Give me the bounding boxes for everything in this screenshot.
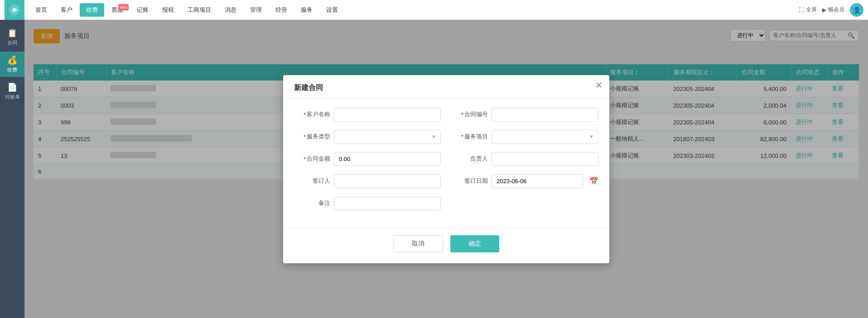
top-nav-right: ⛶ 全屏 ▶ 畅会员 👤 — [799, 3, 863, 17]
cancel-button[interactable]: 取消 — [393, 235, 443, 252]
member-icon: ▶ — [822, 7, 826, 13]
main-layout: 📋 合同 💰 收费 📄 对账单 新增 服务项目 进行中 已完成 已取消 — [0, 20, 868, 318]
confirm-button[interactable]: 确定 — [450, 235, 499, 252]
service-type-label: *服务类型 — [294, 133, 330, 141]
service-item-label: *服务项目 — [452, 133, 488, 141]
nav-bills[interactable]: 票据 new — [105, 3, 130, 17]
form-row-1: *客户名称 *合同编号 — [294, 108, 598, 122]
remark-input[interactable] — [334, 196, 441, 210]
statement-icon: 📄 — [7, 82, 17, 92]
nav-home[interactable]: 首页 — [29, 3, 53, 17]
fullscreen-label: 全屏 — [806, 6, 817, 14]
nav-tax[interactable]: 报税 — [156, 3, 180, 17]
modal-footer: 取消 确定 — [283, 228, 609, 263]
service-type-select[interactable] — [334, 130, 441, 144]
modal-body: *客户名称 *合同编号 — [283, 99, 609, 228]
sidebar-item-fee[interactable]: 💰 收费 — [0, 52, 24, 77]
new-badge: new — [118, 4, 129, 10]
new-contract-modal: 新建合同 ✕ *客户名称 — [283, 75, 609, 263]
amount-input[interactable]: 0.00 — [334, 152, 441, 166]
nav-invoice[interactable]: 收费 — [80, 3, 104, 17]
form-row-2: *服务类型 ▼ *服务项目 — [294, 130, 598, 144]
form-group-service-item: *服务项目 ▼ — [452, 130, 598, 144]
form-group-sign-date: 签订日期 2023-06-06 📅 — [452, 174, 598, 188]
form-row-4: 签订人 签订日期 2023-06-06 📅 — [294, 174, 598, 188]
avatar[interactable]: 👤 — [850, 3, 863, 17]
sidebar-item-statement[interactable]: 📄 对账单 — [0, 79, 24, 104]
sidebar: 📋 合同 💰 收费 📄 对账单 — [0, 20, 24, 318]
customer-name-label: *客户名称 — [294, 110, 330, 119]
customer-name-input[interactable] — [334, 108, 441, 122]
sidebar-item-statement-label: 对账单 — [5, 94, 20, 100]
sidebar-item-contract[interactable]: 📋 合同 — [0, 24, 24, 50]
member-label: 畅会员 — [828, 6, 844, 14]
remark-label: 备注 — [294, 199, 330, 207]
form-group-contract-no: *合同编号 — [452, 108, 598, 122]
avatar-icon: 👤 — [853, 6, 861, 14]
contract-no-input[interactable] — [492, 108, 598, 122]
nav-msg[interactable]: 消息 — [218, 3, 243, 17]
svg-point-1 — [13, 9, 16, 11]
person-charge-input[interactable] — [492, 152, 598, 166]
service-item-select[interactable] — [492, 130, 598, 144]
nav-manage[interactable]: 管理 — [244, 3, 268, 17]
contract-no-label: *合同编号 — [452, 110, 488, 119]
nav-operate[interactable]: 经营 — [269, 3, 294, 17]
fullscreen-icon: ⛶ — [799, 7, 804, 13]
person-charge-label: 负责人 — [452, 155, 488, 163]
signer-input[interactable] — [334, 174, 441, 188]
calendar-icon[interactable]: 📅 — [589, 177, 598, 185]
modal-header: 新建合同 ✕ — [283, 75, 609, 99]
nav-biz[interactable]: 工商项目 — [181, 3, 217, 17]
form-row-5: 备注 — [294, 196, 598, 210]
sidebar-item-contract-label: 合同 — [7, 39, 17, 46]
nav-customer[interactable]: 客户 — [54, 3, 79, 17]
top-nav: 首页 客户 收费 票据 new 记账 报税 工商项目 消息 管理 经营 服务 设… — [0, 0, 868, 20]
form-group-customer-name: *客户名称 — [294, 108, 441, 122]
sign-date-label: 签订日期 — [452, 177, 488, 185]
sidebar-item-fee-label: 收费 — [7, 66, 17, 73]
modal-overlay: 新建合同 ✕ *客户名称 — [24, 20, 868, 318]
signer-label: 签订人 — [294, 177, 330, 185]
nav-bookkeep[interactable]: 记账 — [130, 3, 155, 17]
content-area: 新增 服务项目 进行中 已完成 已取消 🔍 序号 合同编号 — [24, 20, 868, 318]
member-button[interactable]: ▶ 畅会员 — [822, 6, 844, 14]
sign-date-input[interactable]: 2023-06-06 — [492, 174, 583, 188]
form-group-remark: 备注 — [294, 196, 441, 210]
nav-items: 首页 客户 收费 票据 new 记账 报税 工商项目 消息 管理 经营 服务 设… — [29, 3, 799, 17]
amount-label: *合同金额 — [294, 155, 330, 163]
modal-close-button[interactable]: ✕ — [595, 81, 602, 90]
logo — [5, 0, 24, 20]
form-group-service-type: *服务类型 ▼ — [294, 130, 441, 144]
fullscreen-button[interactable]: ⛶ 全屏 — [799, 6, 817, 14]
modal-title: 新建合同 — [294, 84, 323, 91]
form-group-amount: *合同金额 0.00 — [294, 152, 441, 166]
contract-icon: 📋 — [7, 28, 17, 38]
nav-settings[interactable]: 设置 — [320, 3, 344, 17]
fee-icon: 💰 — [7, 55, 17, 65]
form-row-3: *合同金额 0.00 负责人 — [294, 152, 598, 166]
form-group-person-charge: 负责人 — [452, 152, 598, 166]
form-group-remark-spacer — [452, 196, 598, 210]
form-group-signer: 签订人 — [294, 174, 441, 188]
nav-service[interactable]: 服务 — [294, 3, 319, 17]
